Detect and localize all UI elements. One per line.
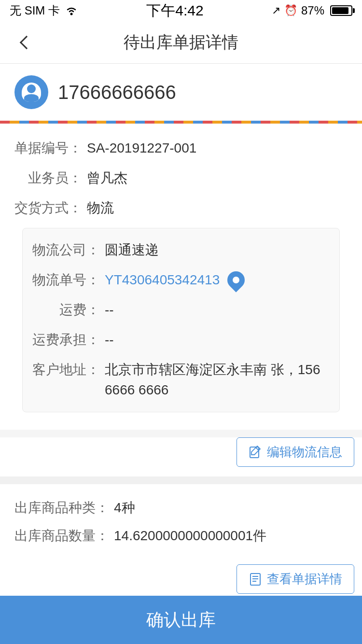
section-separator: [0, 476, 362, 484]
freight-bearer-value: --: [105, 330, 330, 350]
edit-btn-label: 编辑物流信息: [267, 444, 342, 461]
tracking-value-row: YT43064053424​13: [100, 270, 245, 290]
salesperson-value: 曾凡杰: [87, 168, 348, 188]
order-number-label: 单据编号：: [14, 138, 82, 158]
wifi-icon: [65, 6, 78, 15]
back-button[interactable]: [14, 30, 39, 55]
battery-icon: [330, 5, 352, 16]
status-bar: 无 SIM 卡 下午4:42 ↗ ⏰ 87%: [0, 0, 362, 21]
alarm-icon: ⏰: [284, 4, 297, 17]
view-btn-label: 查看单据详情: [267, 571, 342, 588]
document-icon: [249, 573, 262, 586]
avatar: [14, 75, 48, 109]
carrier-text: 无 SIM 卡: [10, 3, 60, 18]
delivery-value: 物流: [87, 198, 348, 218]
logistics-company-value: 圆通速递: [105, 240, 330, 260]
logistics-card: 物流公司： 圆通速递 物流单号： YT43064053424​13 运费： --…: [22, 228, 340, 412]
tracking-label: 物流单号：: [32, 270, 100, 290]
salesperson-label: 业务员：: [14, 168, 82, 188]
tracking-value: YT43064053424​13: [105, 270, 220, 290]
edit-btn-row: 编辑物流信息: [0, 437, 362, 476]
edit-logistics-button[interactable]: 编辑物流信息: [237, 437, 354, 467]
status-time: 下午4:42: [146, 1, 203, 21]
item-types-label: 出库商品种类：: [14, 499, 109, 517]
address-label: 客户地址：: [32, 360, 100, 380]
freight-bearer-label: 运费承担：: [32, 330, 100, 350]
freight-value: --: [105, 300, 330, 320]
freight-row: 运费： --: [32, 300, 330, 320]
edit-icon: [249, 446, 262, 459]
tracking-location-icon[interactable]: [224, 268, 249, 293]
confirm-btn-area[interactable]: 确认出库: [0, 596, 362, 644]
tracking-row: 物流单号： YT43064053424​13: [32, 270, 330, 290]
freight-bearer-row: 运费承担： --: [32, 330, 330, 350]
status-right: ↗ ⏰ 87%: [272, 4, 352, 17]
logistics-company-row: 物流公司： 圆通速递: [32, 240, 330, 260]
item-types-row: 出库商品种类： 4种: [14, 499, 348, 517]
logistics-company-label: 物流公司：: [32, 240, 100, 260]
item-types-value: 4种: [114, 499, 135, 517]
freight-label: 运费：: [32, 300, 100, 320]
item-quantity-value: 14.6200000000000001件: [114, 527, 266, 545]
nav-bar: 待出库单据详情: [0, 21, 362, 64]
battery-percent: 87%: [301, 4, 324, 17]
order-info-section: 单据编号： SA-20191227-001 业务员： 曾凡杰 交货方式： 物流 …: [0, 124, 362, 430]
svg-point-0: [70, 13, 73, 15]
item-quantity-label: 出库商品数量：: [14, 527, 109, 545]
location-status-icon: ↗: [272, 4, 280, 17]
back-arrow-icon: [20, 35, 33, 49]
content-wrapper: 17666666666 单据编号： SA-20191227-001 业务员： 曾…: [0, 64, 362, 644]
delivery-row: 交货方式： 物流: [14, 198, 348, 218]
page-title: 待出库单据详情: [124, 31, 238, 54]
inventory-section: 出库商品种类： 4种 出库商品数量： 14.6200000000000001件: [0, 484, 362, 564]
confirm-btn-label: 确认出库: [146, 608, 216, 632]
order-number-value: SA-20191227-001: [87, 138, 348, 158]
order-number-row: 单据编号： SA-20191227-001: [14, 138, 348, 158]
address-value: 北京市市辖区海淀区永丰南 张，156 6666 6666: [105, 360, 330, 400]
delivery-label: 交货方式：: [14, 198, 82, 218]
salesperson-row: 业务员： 曾凡杰: [14, 168, 348, 188]
battery-fill: [332, 7, 348, 14]
customer-section: 17666666666: [0, 64, 362, 121]
address-row: 客户地址： 北京市市辖区海淀区永丰南 张，156 6666 6666: [32, 360, 330, 400]
avatar-icon: [22, 83, 41, 102]
view-details-button[interactable]: 查看单据详情: [237, 564, 354, 594]
status-carrier: 无 SIM 卡: [10, 3, 78, 18]
customer-phone: 17666666666: [58, 82, 176, 103]
item-quantity-row: 出库商品数量： 14.6200000000000001件: [14, 527, 348, 545]
